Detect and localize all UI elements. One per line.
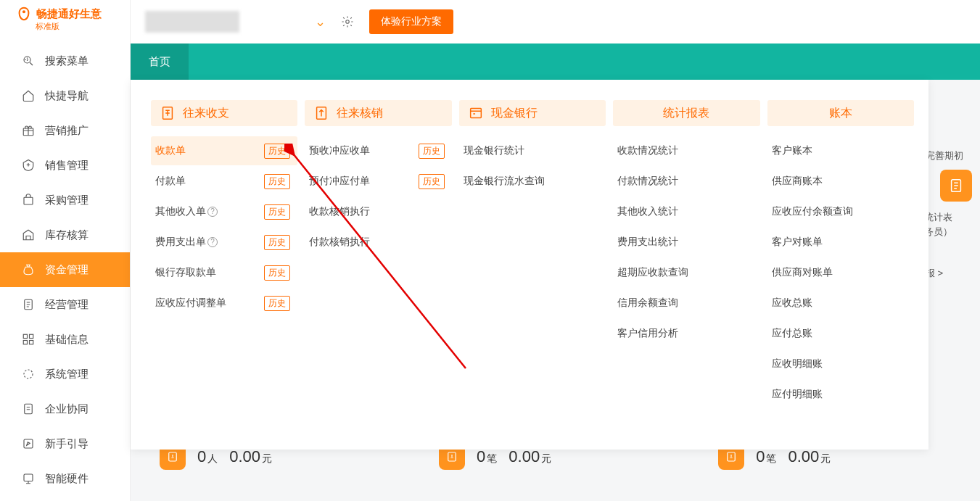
- mega-item-label: 费用支出单?: [155, 236, 218, 249]
- mega-item-overdue-recv[interactable]: 超期应收款查询: [613, 258, 759, 287]
- sidebar-item-hardware[interactable]: 智能硬件: [0, 461, 130, 496]
- sidebar-item-label: 基础信息: [45, 333, 88, 347]
- svg-rect-8: [30, 341, 33, 344]
- sidebar-item-inventory[interactable]: 库存核算: [0, 218, 130, 252]
- logo-text: 畅捷通好生意: [36, 7, 102, 21]
- mega-item-cashbank-stats[interactable]: 现金银行统计: [459, 136, 606, 165]
- mega-col-title: 账本: [829, 106, 852, 121]
- help-icon[interactable]: ?: [207, 237, 218, 247]
- sidebar-item-operations[interactable]: 经营管理: [0, 287, 130, 322]
- mega-item-label: 付款核销执行: [309, 236, 370, 249]
- history-badge[interactable]: 历史: [264, 235, 290, 250]
- mega-item-pay-writeoff-exec[interactable]: 付款核销执行: [305, 228, 451, 257]
- sidebar-item-label: 快捷导航: [45, 89, 88, 103]
- sidebar: 畅捷通好生意 标准版 搜索菜单 快捷导航 营销推广 销售管理 采购管理 库存核算…: [0, 0, 131, 501]
- svg-rect-10: [25, 404, 33, 414]
- mega-item-recv-stats[interactable]: 收款情况统计: [613, 136, 759, 165]
- sidebar-item-label: 销售管理: [45, 159, 88, 173]
- svg-point-13: [346, 20, 350, 24]
- sidebar-item-search[interactable]: 搜索菜单: [0, 44, 130, 78]
- mega-item-label: 应付总账: [772, 327, 812, 340]
- cta-button[interactable]: 体验行业方案: [369, 9, 453, 34]
- mega-item-label: 应付明细账: [772, 388, 823, 401]
- tabbar: 首页: [131, 44, 980, 80]
- mega-item-ar-ap-adjust[interactable]: 应收应付调整单历史: [151, 289, 297, 318]
- history-badge[interactable]: 历史: [264, 174, 290, 189]
- svg-rect-11: [24, 439, 33, 448]
- logo-icon: [16, 6, 32, 22]
- mega-item-label: 费用支出统计: [617, 236, 678, 249]
- mega-menu: 往来收支 收款单历史 付款单历史 其他收入单?历史 费用支出单?历史 银行存取款…: [131, 80, 928, 450]
- moneybag-icon: [22, 263, 35, 276]
- mega-item-ar-detail[interactable]: 应收明细账: [767, 349, 914, 378]
- gear-icon[interactable]: [339, 13, 356, 30]
- mega-item-arap-balance[interactable]: 应收应付余额查询: [767, 197, 914, 226]
- cart-icon: [22, 194, 35, 207]
- mega-col-header: 账本: [767, 100, 914, 126]
- clipboard-icon: [22, 298, 35, 311]
- mega-col-header: 往来收支: [151, 100, 297, 126]
- mega-item-supplier-ledger[interactable]: 供应商账本: [767, 167, 914, 196]
- svg-rect-5: [23, 334, 27, 338]
- sidebar-item-system[interactable]: 系统管理: [0, 357, 130, 392]
- redaction-block: [145, 11, 239, 33]
- sidebar-item-label: 搜索菜单: [45, 54, 88, 68]
- mega-item-receipt-bill[interactable]: 收款单历史: [151, 136, 297, 165]
- sidebar-item-label: 营销推广: [45, 124, 88, 138]
- help-icon[interactable]: ?: [207, 207, 218, 217]
- mega-item-customer-ledger[interactable]: 客户账本: [767, 136, 914, 165]
- home-icon: [22, 89, 35, 102]
- mega-item-other-income[interactable]: 其他收入单?历史: [151, 197, 297, 226]
- search-icon: [22, 54, 35, 67]
- mega-item-bank-transfer[interactable]: 银行存取款单历史: [151, 258, 297, 287]
- sidebar-item-label: 资金管理: [45, 263, 88, 277]
- mega-item-payment-bill[interactable]: 付款单历史: [151, 167, 297, 196]
- sidebar-item-basedata[interactable]: 基础信息: [0, 322, 130, 357]
- svg-rect-12: [24, 474, 33, 481]
- mega-item-customer-statement[interactable]: 客户对账单: [767, 228, 914, 257]
- mega-item-otherincome-stats[interactable]: 其他收入统计: [613, 197, 759, 226]
- logo-subtext: 标准版: [36, 22, 130, 30]
- history-badge[interactable]: 历史: [264, 204, 290, 220]
- mega-col-receipts: 往来收支 收款单历史 付款单历史 其他收入单?历史 费用支出单?历史 银行存取款…: [151, 100, 297, 450]
- history-badge[interactable]: 历史: [264, 296, 290, 311]
- mega-item-credit-analysis[interactable]: 客户信用分析: [613, 319, 759, 348]
- floating-doc-icon[interactable]: [940, 170, 972, 202]
- sidebar-item-guide[interactable]: 新手引导: [0, 426, 130, 461]
- mega-col-cashbank: 现金银行 现金银行统计 现金银行流水查询: [459, 100, 606, 450]
- history-badge[interactable]: 历史: [419, 174, 445, 189]
- tab-home[interactable]: 首页: [131, 44, 189, 80]
- mega-item-recv-writeoff-exec[interactable]: 收款核销执行: [305, 197, 451, 226]
- sidebar-item-sales[interactable]: 销售管理: [0, 148, 130, 183]
- mega-item-prerecv-offset[interactable]: 预收冲应收单历史: [305, 136, 451, 165]
- mega-item-label: 付款情况统计: [617, 175, 678, 188]
- sidebar-item-marketing[interactable]: 营销推广: [0, 113, 130, 148]
- mega-item-label: 预收冲应收单: [309, 144, 370, 157]
- mega-item-prepay-offset[interactable]: 预付冲应付单历史: [305, 167, 451, 196]
- sidebar-item-collab[interactable]: 企业协同: [0, 392, 130, 426]
- mega-item-ar-general[interactable]: 应收总账: [767, 289, 914, 318]
- mega-item-pay-stats[interactable]: 付款情况统计: [613, 167, 759, 196]
- sidebar-item-quicknav[interactable]: 快捷导航: [0, 78, 130, 113]
- mega-item-label: 供应商对账单: [772, 266, 833, 279]
- mega-item-ap-general[interactable]: 应付总账: [767, 319, 914, 348]
- history-badge[interactable]: 历史: [264, 265, 290, 281]
- mega-item-credit-balance[interactable]: 信用余额查询: [613, 289, 759, 318]
- mega-item-label: 其他收入单?: [155, 205, 218, 218]
- mega-item-expense[interactable]: 费用支出单?历史: [151, 228, 297, 257]
- sidebar-item-label: 系统管理: [45, 368, 88, 381]
- mega-item-expense-stats[interactable]: 费用支出统计: [613, 228, 759, 257]
- mega-item-label: 收款核销执行: [309, 205, 370, 218]
- sidebar-item-label: 企业协同: [45, 402, 88, 416]
- mega-item-supplier-statement[interactable]: 供应商对账单: [767, 258, 914, 287]
- mega-item-label: 其他收入统计: [617, 205, 678, 218]
- sidebar-item-funds[interactable]: 资金管理: [0, 252, 130, 287]
- sidebar-item-label: 智能硬件: [45, 472, 88, 486]
- sidebar-item-purchase[interactable]: 采购管理: [0, 183, 130, 218]
- mega-item-cashbank-flow[interactable]: 现金银行流水查询: [459, 167, 606, 196]
- history-badge[interactable]: 历史: [419, 144, 445, 159]
- gift-icon: [22, 124, 35, 137]
- history-badge[interactable]: 历史: [264, 144, 290, 159]
- mega-item-ap-detail[interactable]: 应付明细账: [767, 380, 914, 409]
- mega-item-label: 客户账本: [772, 144, 812, 157]
